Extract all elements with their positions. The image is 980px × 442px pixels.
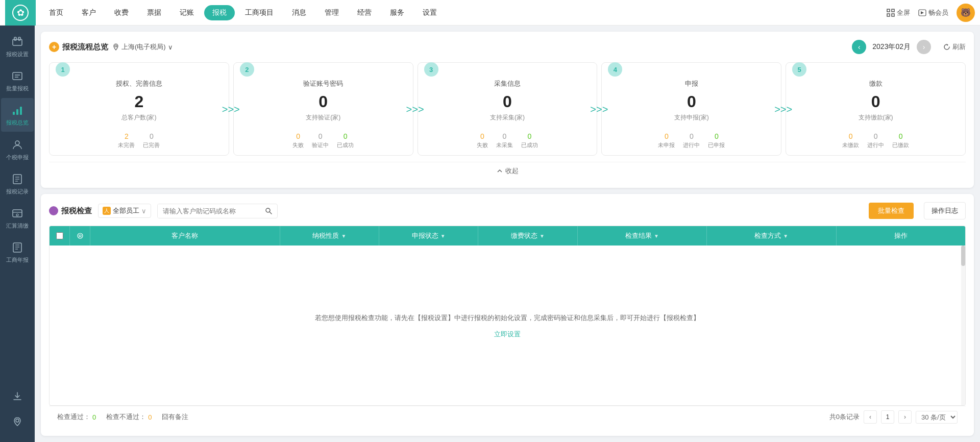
next-month-button[interactable]: › xyxy=(917,40,931,54)
nav-fees[interactable]: 收费 xyxy=(106,5,137,20)
pass-count[interactable]: 0 xyxy=(92,413,96,421)
sidebar-item-personal-tax[interactable]: 个税申报 xyxy=(1,133,34,166)
nav-bookkeeping[interactable]: 记账 xyxy=(172,5,202,20)
stat-declared[interactable]: 0 已申报 xyxy=(708,132,725,149)
stat-incomplete[interactable]: 2 未完善 xyxy=(118,132,135,149)
step-subtitle-2: 支持验证(家) xyxy=(306,113,340,122)
stat-not-paid[interactable]: 0 未缴款 xyxy=(842,132,859,149)
step-count-3: 0 xyxy=(503,92,512,111)
stat-val-in-progress-5: 0 xyxy=(874,132,878,140)
nav-tax[interactable]: 报税 xyxy=(204,5,235,20)
stat-fail-3[interactable]: 0 失败 xyxy=(477,132,488,149)
location-selector[interactable]: 上海(电子税局) ∨ xyxy=(112,42,173,52)
sidebar-item-tax-records[interactable]: 报税记录 xyxy=(1,167,34,200)
sidebar-label-personal-tax: 个税申报 xyxy=(6,154,29,161)
th-check-result[interactable]: 检查结果 ▼ xyxy=(578,226,707,245)
step-title-3: 采集信息 xyxy=(494,79,521,88)
scrollbar-thumb[interactable] xyxy=(961,245,965,266)
scrollbar-track[interactable] xyxy=(961,245,965,405)
stat-not-declared[interactable]: 0 未申报 xyxy=(658,132,675,149)
th-settings xyxy=(70,226,90,245)
step-stats-5: 0 未缴款 0 进行中 0 已缴款 xyxy=(842,132,909,149)
nav-settings[interactable]: 设置 xyxy=(414,5,445,20)
member-button[interactable]: 畅会员 xyxy=(918,8,948,17)
th-pay-status[interactable]: 缴费状态 ▼ xyxy=(478,226,577,245)
next-page-button[interactable]: › xyxy=(898,410,912,424)
search-input[interactable] xyxy=(158,204,260,218)
stat-fail-2[interactable]: 0 失败 xyxy=(292,132,304,149)
th-declare-status-filter[interactable]: ▼ xyxy=(440,233,446,239)
search-icon xyxy=(265,207,272,214)
step-title-1: 授权、完善信息 xyxy=(116,79,162,88)
nav-business[interactable]: 工商项目 xyxy=(237,5,282,20)
prev-month-button[interactable]: ‹ xyxy=(852,40,866,54)
sidebar-item-settlement[interactable]: 汇算清缴 xyxy=(1,201,34,234)
stat-success-3[interactable]: 0 已成功 xyxy=(521,132,538,149)
batch-check-button[interactable]: 批量检查 xyxy=(869,203,914,219)
stat-in-progress-5[interactable]: 0 进行中 xyxy=(867,132,884,149)
stat-label-paid: 已缴款 xyxy=(892,141,909,149)
th-check-result-filter[interactable]: ▼ xyxy=(654,233,659,239)
nav-home[interactable]: 首页 xyxy=(41,5,71,20)
th-check-result-label: 检查结果 xyxy=(625,231,652,240)
step-stats-2: 0 失败 0 验证中 0 已成功 xyxy=(292,132,354,149)
sidebar-item-batch-tax[interactable]: 批量报税 xyxy=(1,64,34,97)
sidebar-item-tax-overview[interactable]: 报税总览 xyxy=(1,98,34,131)
first-page-button[interactable]: ‹ xyxy=(864,410,877,424)
member-label: 畅会员 xyxy=(928,8,948,17)
th-check-method[interactable]: 检查方式 ▼ xyxy=(707,226,836,245)
batch-tax-icon xyxy=(10,69,24,83)
step-count-1: 2 xyxy=(135,92,144,111)
th-pay-status-filter[interactable]: ▼ xyxy=(540,233,545,239)
stat-label-success-3: 已成功 xyxy=(521,141,538,149)
refresh-button[interactable]: 刷新 xyxy=(943,42,966,52)
select-all-checkbox[interactable] xyxy=(56,232,63,239)
step-num-1: 1 xyxy=(56,62,70,77)
operation-log-button[interactable]: 操作日志 xyxy=(924,202,966,219)
svg-line-31 xyxy=(270,212,272,214)
th-pay-status-label: 缴费状态 xyxy=(511,231,537,240)
current-page-button[interactable]: 1 xyxy=(881,410,894,424)
th-tax-type-filter[interactable]: ▼ xyxy=(341,233,346,239)
svg-rect-1 xyxy=(892,9,894,12)
nav-management[interactable]: 管理 xyxy=(316,5,347,20)
flow-overview-panel: + 报税流程总览 上海(电子税局) ∨ ‹ 2023年02月 › 刷新 xyxy=(41,32,974,188)
nav-messages[interactable]: 消息 xyxy=(284,5,314,20)
employee-filter[interactable]: 人 全部员工 ∨ xyxy=(98,204,151,218)
stat-success-2[interactable]: 0 已成功 xyxy=(337,132,354,149)
sidebar-item-download[interactable] xyxy=(1,384,34,408)
th-declare-status[interactable]: 申报状态 ▼ xyxy=(379,226,478,245)
stat-not-collected[interactable]: 0 未采集 xyxy=(496,132,513,149)
setup-link[interactable]: 立即设置 xyxy=(494,330,521,339)
step-subtitle-3: 支持采集(家) xyxy=(490,113,525,122)
column-settings-icon[interactable] xyxy=(77,232,84,239)
stat-verifying[interactable]: 0 验证中 xyxy=(312,132,329,149)
step-subtitle-4: 支持申报(家) xyxy=(674,113,709,122)
user-avatar[interactable]: 🐻 xyxy=(957,4,975,22)
th-check-method-filter[interactable]: ▼ xyxy=(783,233,788,239)
page-size-select[interactable]: 30 条/页 xyxy=(916,411,958,424)
fail-count[interactable]: 0 xyxy=(148,413,152,421)
nav-invoices[interactable]: 票据 xyxy=(139,5,169,20)
plus-icon: + xyxy=(49,42,59,52)
sidebar-item-tax-settings[interactable]: 报税设置 xyxy=(1,30,34,63)
sidebar-item-location[interactable] xyxy=(1,409,34,434)
sidebar-item-annual-report[interactable]: 工商年报 xyxy=(1,235,34,268)
stat-paid[interactable]: 0 已缴款 xyxy=(892,132,909,149)
search-button[interactable] xyxy=(260,204,277,217)
th-tax-type[interactable]: 纳税性质 ▼ xyxy=(280,226,379,245)
nav-clients[interactable]: 客户 xyxy=(74,5,104,20)
flow-overview-title-text: 报税流程总览 xyxy=(62,42,108,52)
nav-service[interactable]: 服务 xyxy=(382,5,412,20)
main-nav: 首页 客户 收费 票据 记账 报税 工商项目 消息 管理 经营 服务 设置 xyxy=(41,5,887,20)
pagination: 共0条记录 ‹ 1 › 30 条/页 xyxy=(829,410,958,424)
nav-operations[interactable]: 经营 xyxy=(349,5,380,20)
stat-in-progress-4[interactable]: 0 进行中 xyxy=(683,132,700,149)
fullscreen-button[interactable]: 全屏 xyxy=(887,8,910,17)
location-text: 上海(电子税局) xyxy=(121,42,166,52)
pass-label: 检查通过： xyxy=(57,412,90,422)
collapse-button[interactable]: 收起 xyxy=(49,162,966,180)
play-icon xyxy=(918,9,926,17)
stat-label-not-paid: 未缴款 xyxy=(842,141,859,149)
stat-complete[interactable]: 0 已完善 xyxy=(143,132,160,149)
